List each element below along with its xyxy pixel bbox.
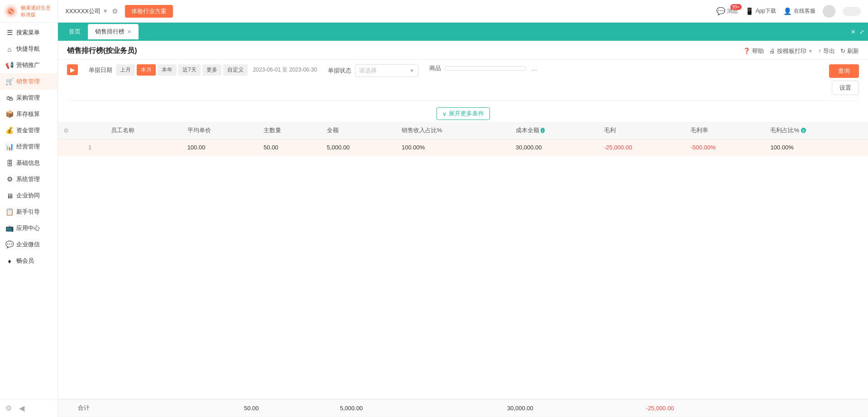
- refresh-button[interactable]: ↻ 刷新: [840, 47, 859, 55]
- date-filter-label: 单据日期: [89, 66, 112, 74]
- sidebar-item-basic-info[interactable]: 🗄 基础信息: [0, 155, 58, 171]
- company-dropdown-icon: ▼: [102, 8, 108, 14]
- sidebar-item-wechat-label: 企业微信: [16, 240, 40, 249]
- company-selector[interactable]: XXXXXX公司 ▼: [65, 7, 108, 15]
- filter-settings-button[interactable]: 设置: [832, 81, 859, 95]
- trial-button[interactable]: 体验行业方案: [125, 5, 173, 18]
- sidebar-settings-icon[interactable]: ⚙: [5, 404, 12, 412]
- date-btn-this-month[interactable]: 本月: [137, 64, 156, 76]
- online-service-label: 在线客服: [794, 7, 815, 15]
- search-menu-icon: ☰: [5, 29, 14, 37]
- sidebar-item-app-center[interactable]: 📺 应用中心: [0, 220, 58, 236]
- sidebar: 畅康通好生意 标准版 ☰ 搜索菜单 ⌂ 快捷导航 📢 营销推广 🛒 销售管理 🛍…: [0, 0, 58, 417]
- logo-text: 畅康通好生意 标准版: [21, 5, 51, 18]
- row-gross-cell: -25,000.00: [599, 139, 685, 156]
- app-download-label: App下载: [756, 7, 776, 15]
- date-btn-custom[interactable]: 自定义: [223, 64, 248, 76]
- sidebar-item-search-label: 搜索菜单: [16, 29, 40, 37]
- sidebar-item-operations[interactable]: 📊 经营管理: [0, 139, 58, 155]
- table-row: 1 100.00 50.00 5,000.00 100.00% 30,000.0…: [58, 139, 868, 156]
- sidebar-item-enterprise-label: 企业协同: [16, 192, 40, 200]
- sidebar-item-basic-info-label: 基础信息: [16, 159, 40, 167]
- date-btn-7days[interactable]: 近7天: [178, 64, 201, 76]
- sidebar-item-finance[interactable]: 💰 资金管理: [0, 122, 58, 139]
- marketing-icon: 📢: [5, 61, 14, 69]
- sales-icon: 🛒: [5, 77, 14, 86]
- sidebar-item-system[interactable]: ⚙ 系统管理: [0, 171, 58, 187]
- query-button[interactable]: 查询: [829, 64, 859, 78]
- template-print-button[interactable]: 🖨 按模板打印 ▼: [769, 47, 813, 55]
- filter-toggle-arrow[interactable]: ▶: [67, 64, 78, 75]
- filter-right-buttons: 查询 设置: [829, 64, 859, 95]
- sidebar-item-enterprise[interactable]: 🖥 企业协同: [0, 187, 58, 204]
- sidebar-item-purchase[interactable]: 🛍 采购管理: [0, 90, 58, 106]
- gross-pct-info-icon[interactable]: s: [801, 128, 806, 133]
- header-settings-icon[interactable]: ⚙: [112, 7, 118, 15]
- online-service-action[interactable]: 👤 在线客服: [783, 7, 815, 15]
- table-header-gross: 毛利: [599, 122, 685, 139]
- sidebar-item-sales-label: 销售管理: [16, 77, 40, 86]
- tab-bar-right: ✕ ⤢: [851, 29, 864, 35]
- date-btn-last-month[interactable]: 上月: [116, 64, 135, 76]
- sidebar-collapse-icon[interactable]: ◀: [19, 404, 24, 412]
- tab-expand-icon[interactable]: ⤢: [859, 29, 864, 35]
- tab-sales-rank[interactable]: 销售排行榜 ✕: [88, 24, 139, 39]
- table-header-total: 全额: [321, 122, 396, 139]
- app-center-icon: 📺: [5, 224, 14, 232]
- member-icon: ♦: [5, 257, 14, 265]
- purchase-icon: 🛍: [5, 94, 14, 102]
- message-action[interactable]: 💬 消息 99+: [716, 7, 738, 15]
- help-label: 帮助: [752, 47, 764, 55]
- page-inner: 销售排行榜(按业务员) ❓ 帮助 🖨 按模板打印 ▼ ↑ 导出: [58, 41, 868, 417]
- date-btn-more[interactable]: 更多: [202, 64, 221, 76]
- export-button[interactable]: ↑ 导出: [819, 47, 835, 55]
- expand-more-btn[interactable]: ∨ 展开更多条件: [436, 107, 490, 120]
- data-table: ⚙ 员工名称 平均单价 主数量 全额 销售收入占比% 成本全额 i 毛利 毛利率…: [58, 122, 868, 156]
- app-download-action[interactable]: 📱 App下载: [745, 7, 776, 15]
- tab-sales-rank-label: 销售排行榜: [95, 28, 125, 36]
- wechat-icon: 💬: [5, 240, 14, 249]
- sidebar-item-wechat[interactable]: 💬 企业微信: [0, 236, 58, 253]
- tab-home[interactable]: 首页: [62, 24, 88, 39]
- cost-info-icon[interactable]: i: [541, 128, 544, 133]
- sidebar-bottom: ⚙ ◀: [0, 399, 58, 417]
- status-select-value: 请选择: [359, 67, 377, 75]
- goods-input[interactable]: [445, 66, 526, 71]
- table-header-gear[interactable]: ⚙: [58, 122, 74, 139]
- sidebar-item-purchase-label: 采购管理: [16, 94, 40, 102]
- print-icon: 🖨: [769, 48, 775, 54]
- sidebar-item-sales[interactable]: 🛒 销售管理: [0, 73, 58, 90]
- date-range-display: 2023-06-01 至 2023-06-30: [253, 66, 317, 74]
- tab-close-icon[interactable]: ✕: [127, 29, 131, 35]
- status-filter-group: 单据状态 请选择 ▼: [328, 64, 418, 77]
- sidebar-item-guide[interactable]: 📋 新手引导: [0, 204, 58, 220]
- footer-gear-cell: [58, 399, 72, 417]
- help-button[interactable]: ❓ 帮助: [743, 47, 764, 55]
- sidebar-item-marketing[interactable]: 📢 营销推广: [0, 57, 58, 73]
- page-title: 销售排行榜(按业务员): [67, 46, 137, 56]
- date-filter-group: 单据日期 上月 本月 本年 近7天 更多 自定义 2023-06-01 至 20…: [89, 64, 317, 76]
- table-header-rank: [74, 122, 106, 139]
- sidebar-item-member[interactable]: ♦ 畅会员: [0, 253, 58, 269]
- sidebar-item-marketing-label: 营销推广: [16, 61, 40, 69]
- footer-avg-price-cell: [198, 399, 239, 417]
- more-filters-dots[interactable]: ...: [530, 65, 539, 72]
- avatar[interactable]: [823, 5, 835, 18]
- footer-gross-pct-cell: [827, 399, 868, 417]
- sidebar-item-search[interactable]: ☰ 搜索菜单: [0, 24, 58, 41]
- sidebar-item-finance-label: 资金管理: [16, 126, 40, 134]
- date-btn-this-year[interactable]: 本年: [158, 64, 177, 76]
- home-icon: ⌂: [5, 45, 14, 53]
- table-footer: 合计 50.00 5,000.00 30,000.00 -25,000.00: [58, 399, 868, 417]
- row-cost-cell: 30,000.00: [510, 139, 599, 156]
- footer-gross-cell: -25,000.00: [640, 399, 786, 417]
- sidebar-item-quick-nav-label: 快捷导航: [16, 45, 40, 53]
- status-select-arrow: ▼: [409, 68, 414, 73]
- page-content: 销售排行榜(按业务员) ❓ 帮助 🖨 按模板打印 ▼ ↑ 导出: [58, 41, 868, 417]
- tab-close-all-icon[interactable]: ✕: [851, 29, 856, 35]
- table-header-gross-pct: 毛利占比% s: [765, 122, 868, 139]
- toggle-arrow-icon: ▶: [70, 66, 75, 73]
- sidebar-item-quick-nav[interactable]: ⌂ 快捷导航: [0, 41, 58, 57]
- sidebar-item-inventory[interactable]: 📦 库存核算: [0, 106, 58, 122]
- status-select[interactable]: 请选择 ▼: [355, 64, 418, 77]
